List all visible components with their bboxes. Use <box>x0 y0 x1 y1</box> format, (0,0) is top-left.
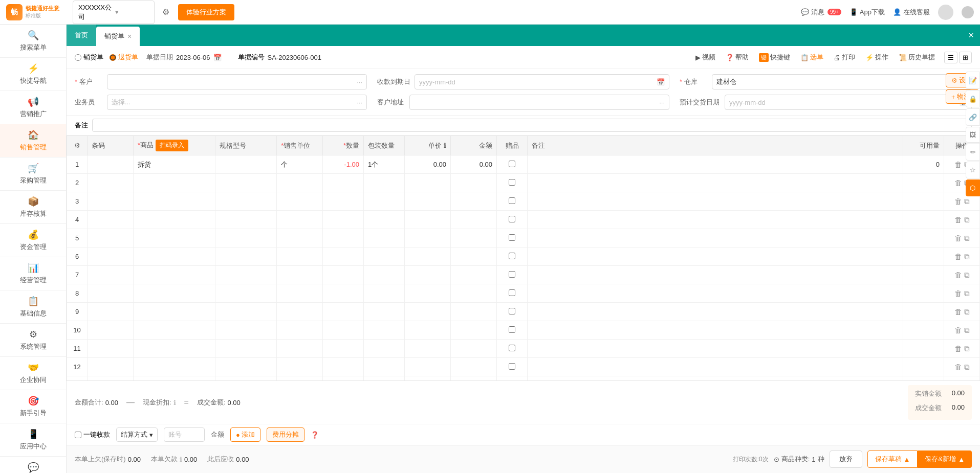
cell-remark[interactable] <box>528 247 903 266</box>
expense-help-icon[interactable]: ❓ <box>311 431 319 439</box>
cell-barcode[interactable] <box>88 229 134 247</box>
sidebar-item-tutorial[interactable]: 🎯 新手引导 <box>0 390 66 423</box>
cell-qty[interactable] <box>323 266 364 284</box>
cell-price[interactable]: 0.00 <box>405 155 451 174</box>
cell-product[interactable] <box>134 340 215 358</box>
cell-amount[interactable] <box>451 340 497 358</box>
delete-row-btn[interactable]: 🗑 <box>954 271 962 280</box>
cell-price[interactable] <box>405 174 451 192</box>
cell-amount[interactable] <box>451 211 497 229</box>
help-btn[interactable]: ❓ 帮助 <box>723 51 752 63</box>
delete-row-btn[interactable]: 🗑 <box>954 326 962 335</box>
cell-spec[interactable] <box>215 211 277 229</box>
cell-price[interactable] <box>405 247 451 266</box>
delete-row-btn[interactable]: 🗑 <box>954 363 962 372</box>
cell-unit[interactable] <box>277 376 323 381</box>
cell-remark[interactable] <box>528 155 903 174</box>
sidebar-item-app-center[interactable]: 📱 应用中心 <box>0 423 66 457</box>
cell-qty[interactable]: -1.00 <box>323 155 364 174</box>
scan-button[interactable]: 扫码录入 <box>156 140 188 151</box>
save-draft-button[interactable]: 保存草稿 ▲ <box>867 451 918 468</box>
cell-amount[interactable]: 0.00 <box>451 155 497 174</box>
cell-pkg[interactable] <box>364 229 405 247</box>
calc-method-dropdown[interactable]: 结算方式 ▾ <box>116 427 158 442</box>
cell-remark[interactable] <box>528 211 903 229</box>
tab-home[interactable]: 首页 <box>67 25 96 46</box>
cell-qty[interactable] <box>323 358 364 376</box>
cell-qty[interactable] <box>323 211 364 229</box>
copy-row-btn[interactable]: ⧉ <box>964 234 970 243</box>
cell-product[interactable] <box>134 266 215 284</box>
cell-qty[interactable] <box>323 229 364 247</box>
doc-date-value[interactable]: 2023-06-06 <box>176 54 210 61</box>
cell-unit[interactable] <box>277 247 323 266</box>
customer-input[interactable]: ··· <box>107 74 367 89</box>
sidebar-item-enterprise[interactable]: 🤝 企业协同 <box>0 357 66 390</box>
cell-barcode[interactable] <box>88 174 134 192</box>
cell-gift[interactable] <box>497 247 528 266</box>
online-service-button[interactable]: 👤 在线客服 <box>893 8 930 17</box>
delete-row-btn[interactable]: 🗑 <box>954 307 962 317</box>
doc-num-value[interactable]: SA-20230606-001 <box>268 54 322 61</box>
company-selector[interactable]: XXXXXX公司 ▾ <box>73 1 155 24</box>
cell-qty[interactable] <box>323 174 364 192</box>
copy-row-btn[interactable]: ⧉ <box>964 252 970 261</box>
cell-unit[interactable] <box>277 303 323 321</box>
cell-qty[interactable] <box>323 192 364 211</box>
settings-button[interactable]: ⚙ <box>158 4 174 20</box>
cell-pkg[interactable] <box>364 247 405 266</box>
float-edit-btn[interactable]: ✏ <box>966 144 980 161</box>
message-button[interactable]: 💬 消息 99+ <box>801 8 841 17</box>
cell-barcode[interactable] <box>88 376 134 381</box>
sidebar-item-sales[interactable]: 🏠 销售管理 <box>0 124 66 157</box>
cell-product[interactable]: 拆货 <box>134 155 215 174</box>
warehouse-input[interactable]: 建材仓 ··· <box>712 74 972 89</box>
save-new-button[interactable]: 保存&新增 ▲ <box>918 451 972 468</box>
cell-product[interactable] <box>134 284 215 303</box>
cell-remark[interactable] <box>528 266 903 284</box>
cell-remark[interactable] <box>528 284 903 303</box>
cell-remark[interactable] <box>528 303 903 321</box>
delete-row-btn[interactable]: 🗑 <box>954 344 962 353</box>
cell-product[interactable] <box>134 303 215 321</box>
sidebar-item-operations[interactable]: 📊 经营管理 <box>0 257 66 290</box>
shortcut-btn[interactable]: 键 快捷键 <box>756 51 793 63</box>
cell-price[interactable] <box>405 321 451 340</box>
video-btn[interactable]: ▶ 视频 <box>692 51 718 63</box>
cell-spec[interactable] <box>215 266 277 284</box>
cell-amount[interactable] <box>451 192 497 211</box>
cell-spec[interactable] <box>215 247 277 266</box>
delete-row-btn[interactable]: 🗑 <box>954 215 962 224</box>
cell-barcode[interactable] <box>88 192 134 211</box>
cell-pkg[interactable] <box>364 266 405 284</box>
cell-gift[interactable] <box>497 229 528 247</box>
select-btn[interactable]: 📋 选单 <box>797 51 826 63</box>
cell-pkg[interactable] <box>364 321 405 340</box>
cell-price[interactable] <box>405 266 451 284</box>
cell-gift[interactable] <box>497 303 528 321</box>
app-download-button[interactable]: 📱 App下载 <box>850 8 885 17</box>
cell-price[interactable] <box>405 340 451 358</box>
copy-row-btn[interactable]: ⧉ <box>964 344 970 353</box>
cell-price[interactable] <box>405 192 451 211</box>
sidebar-item-basic-info[interactable]: 📋 基础信息 <box>0 290 66 324</box>
account-input[interactable]: 账号 <box>164 427 205 442</box>
cell-remark[interactable] <box>528 321 903 340</box>
customer-ellipsis[interactable]: ··· <box>357 78 362 86</box>
cell-unit[interactable] <box>277 358 323 376</box>
cell-unit[interactable] <box>277 321 323 340</box>
cell-spec[interactable] <box>215 303 277 321</box>
cell-product[interactable] <box>134 376 215 381</box>
cell-pkg[interactable] <box>364 174 405 192</box>
delete-row-btn[interactable]: 🗑 <box>954 289 962 298</box>
copy-row-btn[interactable]: ⧉ <box>964 215 970 224</box>
cell-pkg[interactable] <box>364 358 405 376</box>
sidebar-item-purchase[interactable]: 🛒 采购管理 <box>0 157 66 191</box>
cell-barcode[interactable] <box>88 340 134 358</box>
cell-gift[interactable] <box>497 340 528 358</box>
copy-row-btn[interactable]: ⧉ <box>964 289 970 298</box>
cell-remark[interactable] <box>528 192 903 211</box>
cell-spec[interactable] <box>215 174 277 192</box>
radio-sales-order[interactable]: 销货单 <box>75 53 103 62</box>
cell-price[interactable] <box>405 303 451 321</box>
